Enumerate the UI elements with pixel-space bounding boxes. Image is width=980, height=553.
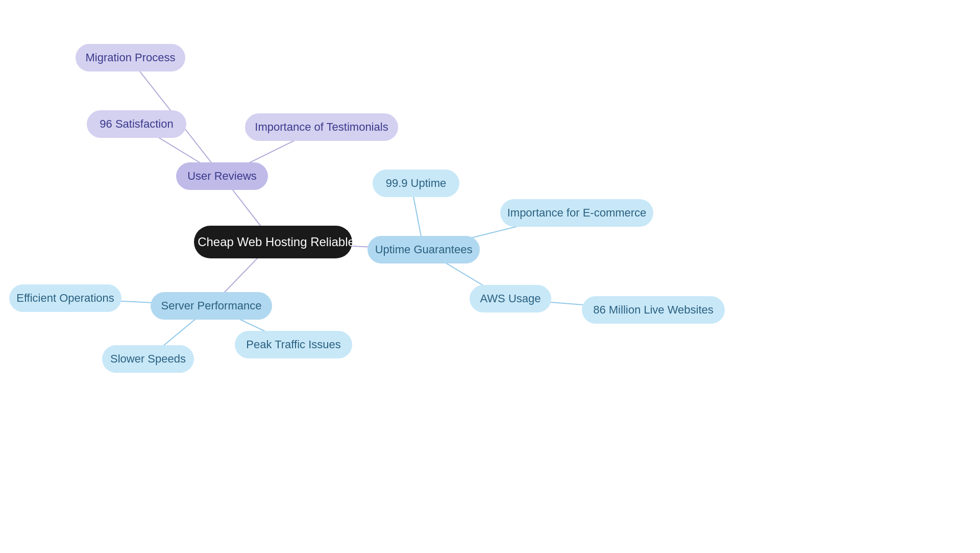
importance-ecommerce-node: Importance for E-commerce — [500, 199, 653, 227]
server-performance-node: Server Performance — [151, 292, 272, 320]
center-node: Is Cheap Web Hosting Reliable? — [194, 226, 352, 258]
migration-process-node: Migration Process — [76, 44, 185, 71]
slower-speeds-node: Slower Speeds — [102, 345, 194, 373]
peak-traffic-node: Peak Traffic Issues — [235, 331, 352, 358]
aws-usage-node: AWS Usage — [470, 285, 551, 312]
uptime-99-node: 99.9 Uptime — [373, 170, 459, 197]
uptime-guarantees-node: Uptime Guarantees — [368, 236, 480, 263]
user-reviews-node: User Reviews — [176, 162, 268, 190]
importance-testimonials-node: Importance of Testimonials — [245, 113, 398, 141]
efficient-operations-node: Efficient Operations — [9, 284, 121, 312]
million-websites-node: 86 Million Live Websites — [582, 296, 725, 324]
satisfaction-node: 96 Satisfaction — [87, 110, 186, 138]
